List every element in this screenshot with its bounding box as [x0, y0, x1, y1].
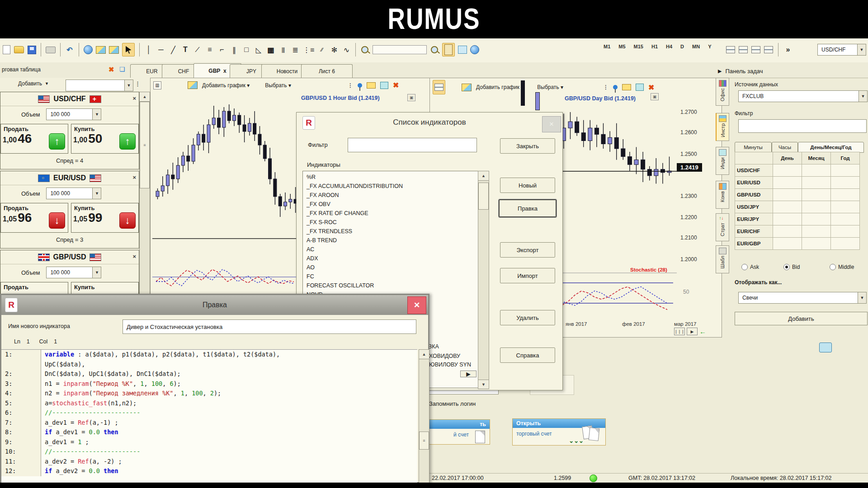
year-cell[interactable]: [831, 189, 860, 201]
indicator-item[interactable]: ADX: [307, 254, 488, 263]
code-text[interactable]: if a_dev1 = 0.0 then: [41, 427, 118, 437]
month-cell[interactable]: [802, 238, 831, 250]
undo-icon[interactable]: ↶: [65, 44, 74, 56]
day-cell[interactable]: [773, 201, 802, 213]
code-text[interactable]: //------------------------: [41, 408, 140, 418]
watch-pin-icon[interactable]: ❏: [119, 66, 125, 73]
window-menu-icon[interactable]: ⋮: [348, 82, 353, 89]
close-button[interactable]: Закрыть: [500, 138, 555, 154]
watch-close-icon[interactable]: ✖: [108, 66, 114, 74]
year-cell[interactable]: [831, 201, 860, 213]
chart-type1-icon[interactable]: [726, 44, 735, 56]
indicator-item[interactable]: AC: [307, 245, 488, 254]
month-cell[interactable]: [802, 177, 831, 189]
list-tool-icon[interactable]: ≣: [291, 44, 300, 56]
watch-scrollbar[interactable]: ▲ ≡: [139, 92, 150, 300]
code-line[interactable]: 7: a_dev1 = Ref(a,-1) ;: [1, 418, 417, 428]
col-month[interactable]: Месяц: [802, 152, 831, 164]
hline-tool-icon[interactable]: ─: [156, 44, 165, 56]
indicator-item[interactable]: _FX S-ROC: [307, 218, 488, 227]
radio-ask[interactable]: Ask: [741, 264, 759, 270]
year-cell[interactable]: [831, 225, 860, 238]
zoom-plus-icon[interactable]: [430, 44, 439, 56]
indicator-item-fragment[interactable]: ВКА: [428, 343, 439, 350]
indicator-item[interactable]: AO: [307, 263, 488, 272]
restore-icon[interactable]: ▣: [407, 94, 415, 101]
scrollbar-thumb[interactable]: [478, 183, 489, 210]
vtab-instruments[interactable]: Инстр: [716, 113, 729, 141]
panel-menu-icon[interactable]: ⋮: [135, 80, 141, 87]
indicator-item-fragment[interactable]: ЮВИЛОВУ SYN: [429, 361, 471, 368]
export-button[interactable]: Экспорт: [500, 242, 555, 258]
scrollbar-thumb[interactable]: ≡: [419, 432, 429, 450]
period-tab-dmy[interactable]: День/Месяц/Год: [798, 142, 864, 153]
table-row[interactable]: EUR/USD: [735, 177, 860, 189]
month-cell[interactable]: [802, 189, 831, 201]
zoom-icon[interactable]: [360, 44, 369, 56]
more-tools-chevron[interactable]: »: [783, 44, 793, 56]
vtab-templates[interactable]: Шабл: [716, 245, 729, 273]
save-icon[interactable]: [27, 44, 36, 56]
scroll-up-icon[interactable]: ▲: [478, 171, 489, 181]
indicator-name-input[interactable]: Дивер и Стохастическая установка: [123, 319, 416, 334]
year-cell[interactable]: [831, 238, 860, 250]
scroll-down-icon[interactable]: ▼: [478, 380, 489, 389]
timeframe-button[interactable]: MN: [691, 43, 701, 50]
dialog-close-icon[interactable]: ×: [542, 116, 561, 132]
zigzag-tool-icon[interactable]: ∿: [342, 44, 351, 56]
month-cell[interactable]: [802, 225, 831, 238]
code-line[interactable]: 5: a=stochastic_fast(n1,n2);: [1, 399, 417, 408]
code-text[interactable]: n1 = inparam("Период %K", 1, 100, 6);: [41, 379, 181, 389]
close-icon[interactable]: ✖: [393, 81, 399, 89]
code-line[interactable]: 3: n1 = inparam("Период %K", 1, 100, 6);: [1, 379, 417, 389]
volume-select[interactable]: 100 000▼: [46, 188, 101, 199]
pause-bars-icon[interactable]: ❘❘❘: [674, 328, 685, 335]
indicator-item[interactable]: _FX TRENDLESS: [307, 227, 488, 236]
col-year[interactable]: Год: [831, 152, 860, 164]
open-trading-account-button[interactable]: Открыть торговый счет ⌄⌄⌄: [512, 418, 606, 446]
edit-button[interactable]: Правка: [499, 199, 557, 217]
star-tool-icon[interactable]: ✻: [330, 44, 339, 56]
chart-type2-icon[interactable]: [739, 44, 748, 56]
cursor-tool-icon[interactable]: [122, 43, 135, 56]
code-text[interactable]: a=stochastic_fast(n1,n2);: [41, 399, 137, 408]
indicator-item[interactable]: A-B TREND: [307, 236, 488, 245]
help-globe-icon[interactable]: [84, 44, 93, 56]
zoom-slider[interactable]: [373, 45, 427, 54]
table-row[interactable]: GBP/USD: [735, 189, 860, 201]
folder-icon[interactable]: [622, 84, 631, 90]
display-as-select[interactable]: Свечи▼: [738, 292, 867, 304]
period-tab-hours[interactable]: Часы: [772, 142, 798, 153]
grid-icon[interactable]: [636, 84, 644, 91]
select-chart-button[interactable]: Выбрать ▾: [537, 84, 563, 90]
code-line[interactable]: 4: n2 = inparam("Период замедления %K", …: [1, 389, 417, 399]
window-menu-icon[interactable]: ⋮: [603, 84, 609, 90]
add-instrument-button[interactable]: Добавить: [18, 80, 42, 87]
day-cell[interactable]: [773, 164, 802, 177]
chart-type4-icon[interactable]: [764, 44, 773, 56]
code-text[interactable]: //------------------------: [41, 447, 140, 457]
instrument-combobox[interactable]: ▼: [66, 80, 133, 91]
pin-icon[interactable]: [358, 83, 362, 88]
timeframe-button[interactable]: D: [679, 43, 685, 50]
import-button[interactable]: Импорт: [500, 268, 555, 283]
code-text[interactable]: a_dev1 = Ref(a,-1) ;: [41, 418, 118, 428]
table-row[interactable]: EUR/GBP: [735, 238, 860, 250]
scroll-up-icon[interactable]: ▲: [419, 350, 429, 359]
indicator-item[interactable]: %R: [307, 173, 488, 182]
world-icon[interactable]: [470, 44, 479, 56]
code-line[interactable]: 11: a_dev2 = Ref(a, -2) ;: [1, 457, 417, 467]
chevron-down-icon[interactable]: ▼: [857, 44, 866, 55]
code-editor[interactable]: 1: variable : a($data), p1($data), p2($d…: [1, 349, 417, 484]
buy-button[interactable]: Купить 1,0599 ↓: [71, 203, 139, 233]
hatch-tool-icon[interactable]: ∕∕: [317, 44, 326, 56]
indicator-item[interactable]: _FX AROON: [307, 191, 488, 200]
sell-button[interactable]: Продать 1,0596 ↓: [0, 203, 68, 233]
print-icon[interactable]: [46, 44, 56, 56]
col-day[interactable]: День: [773, 152, 802, 164]
table-row[interactable]: USD/JPY: [735, 201, 860, 213]
editor-scrollbar[interactable]: ▲ ≡: [419, 349, 429, 483]
scroll-up-icon[interactable]: ▲: [140, 92, 150, 102]
close-icon[interactable]: ×: [132, 174, 136, 181]
day-cell[interactable]: [773, 238, 802, 250]
